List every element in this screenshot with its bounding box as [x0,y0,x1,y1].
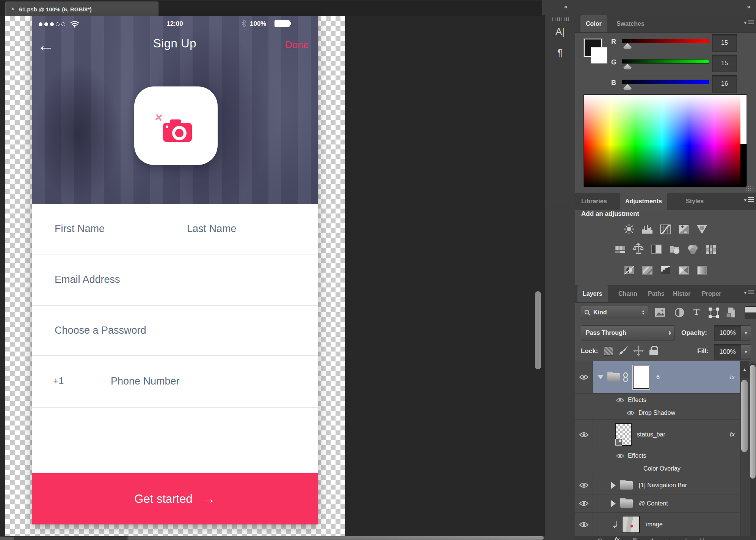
drop-shadow-row[interactable]: Drop Shadow [575,406,740,420]
layer-row-status-bar[interactable]: status_bar fx [575,420,740,449]
visibility-toggle[interactable] [575,361,593,393]
password-field[interactable]: Choose a Password [55,325,146,336]
layer-filter-select[interactable]: Kind ▲▼ [581,306,648,319]
grayscale-ramp[interactable] [740,94,747,187]
visibility-toggle[interactable] [575,476,593,494]
fx-badge[interactable]: fx [730,374,735,381]
color-overlay-row[interactable]: Color Overlay [575,462,740,476]
expand-triangle-icon[interactable] [611,500,616,507]
color-balance-icon[interactable] [632,243,645,256]
dial-code-field[interactable]: +1 [53,375,64,386]
posterize-icon[interactable] [641,264,654,276]
invert-icon[interactable] [623,264,635,276]
red-value-input[interactable]: 15 [712,34,737,52]
get-started-button[interactable]: Get started → [32,473,318,524]
tab-styles[interactable]: Styles [681,193,709,210]
tab-history[interactable]: Histor [668,285,696,302]
layer-thumbnail[interactable] [622,516,640,533]
red-slider[interactable] [622,39,709,43]
layer-name[interactable]: image [646,521,663,528]
filter-toggle-switch[interactable] [745,306,756,319]
layer-name[interactable]: @ Content [639,500,668,507]
document-vertical-scrollbar[interactable] [535,291,541,369]
green-value-input[interactable]: 15 [712,55,737,72]
blue-slider-thumb[interactable] [623,84,632,90]
first-name-field[interactable]: First Name [55,223,105,235]
filter-adjustment-layers-icon[interactable] [674,308,684,317]
email-field[interactable]: Email Address [55,274,120,286]
tab-channels[interactable]: Chann [613,285,643,302]
panel-menu-icon[interactable]: ▾ [744,290,754,295]
fx-badge[interactable]: fx [730,431,735,438]
lock-pixels-brush-icon[interactable] [618,345,629,356]
layer-thumbnail[interactable] [615,423,632,446]
threshold-icon[interactable] [659,264,672,276]
tab-paths[interactable]: Paths [643,285,670,302]
filter-smart-objects-icon[interactable] [726,307,736,318]
link-layers-icon[interactable]: ∞ [598,536,602,540]
photo-filter-icon[interactable] [668,243,681,256]
filter-type-layers-icon[interactable]: T [693,307,700,317]
layer-mask-icon[interactable]: ▨ [632,536,637,540]
collapse-triangle-icon[interactable] [598,375,604,379]
blend-mode-select[interactable]: Pass Through ▲▼ [581,325,675,341]
layer-row-image[interactable]: image [575,513,740,536]
layer-row-content[interactable]: @ Content [575,494,740,513]
layer-style-icon[interactable]: fx [615,536,620,540]
background-color-swatch[interactable] [591,47,607,64]
filter-shape-layers-icon[interactable] [709,308,719,318]
layer-name[interactable]: status_bar [637,431,665,438]
phone-number-field[interactable]: Phone Number [111,375,180,387]
lock-all-icon[interactable] [649,346,658,356]
layers-scrollbar-thumb[interactable] [741,380,748,452]
blue-value-input[interactable]: 16 [712,75,737,93]
expand-triangle-icon[interactable] [611,482,616,489]
lock-position-move-icon[interactable] [633,345,644,356]
effects-row[interactable]: Effects [575,449,740,462]
panel-resize-grip[interactable] [745,185,755,193]
layer-name[interactable]: 6 [656,374,660,381]
channel-mixer-icon[interactable] [687,243,699,256]
brightness-contrast-icon[interactable] [623,223,635,235]
close-tab-icon[interactable]: × [11,6,14,13]
visibility-toggle[interactable] [575,420,593,449]
scroll-up-button[interactable]: ▲ [740,361,749,378]
opacity-input[interactable]: 100% [714,325,741,341]
tab-layers[interactable]: Layers [577,285,608,302]
done-button[interactable]: Done [285,39,309,51]
layer-thumbnail[interactable] [633,366,649,389]
new-adjustment-icon[interactable]: ◑ [650,536,653,540]
levels-icon[interactable] [641,223,654,235]
tab-color[interactable]: Color [580,15,607,32]
fill-dropdown-icon[interactable]: ▼ [741,344,751,359]
panel-menu-icon[interactable]: ▾ [744,20,754,25]
paragraph-panel-button[interactable]: ¶ [552,46,568,60]
tab-adjustments[interactable]: Adjustments [620,193,667,210]
layer-name[interactable]: [1] Navigation Bar [639,482,687,489]
eye-icon[interactable] [616,454,624,458]
eye-icon[interactable] [616,398,624,403]
dock-grabber[interactable] [552,17,569,21]
black-white-icon[interactable] [650,243,663,256]
tab-properties[interactable]: Proper [696,285,727,302]
new-layer-icon[interactable]: ▯ [684,536,687,540]
new-group-icon[interactable]: ▭ [667,536,671,540]
green-slider-thumb[interactable] [623,64,632,69]
visibility-toggle[interactable] [575,513,593,536]
expand-panels-icon[interactable]: » [747,3,749,11]
filter-pixel-layers-icon[interactable] [655,308,665,317]
exposure-icon[interactable] [678,223,690,235]
delete-layer-icon[interactable]: □ [700,536,703,540]
visibility-toggle[interactable] [575,494,593,512]
green-slider[interactable] [622,59,709,64]
gradient-map-icon[interactable] [678,264,690,276]
last-name-field[interactable]: Last Name [187,223,237,235]
eye-icon[interactable] [627,411,635,416]
curves-icon[interactable] [659,223,672,235]
document-tab[interactable]: × 61.psb @ 100% (6, RGB/8*) [5,2,158,16]
selective-color-icon[interactable] [696,264,708,276]
vibrance-icon[interactable] [696,223,708,235]
collapse-panels-icon[interactable]: « [564,3,566,11]
fill-input[interactable]: 100% [714,344,741,359]
signup-mockup-canvas[interactable]: 12:00 100% ← Sign Up Done × [32,16,318,524]
